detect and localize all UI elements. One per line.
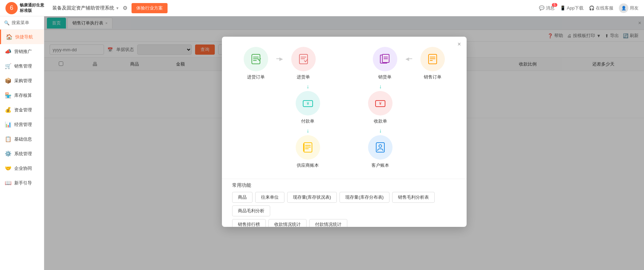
svg-text:¥: ¥ <box>379 101 382 106</box>
quick-nav-modal: × 进货订单 ▶ <box>222 37 467 227</box>
func-buttons-row2: 销售排行榜 收款情况统计 付款情况统计 <box>232 219 456 227</box>
system-title: 装备及固定资产辅助管理系统 ▼ <box>52 5 119 11</box>
system-icon: ⚙️ <box>5 150 12 157</box>
inventory-icon: 🏪 <box>5 92 12 98</box>
basic-icon: 📋 <box>5 136 12 142</box>
flow-node-payment[interactable]: ¥ 付款单 <box>290 91 326 124</box>
sidebar: 🔍 搜索菜单 🏠 快捷导航 📣 营销推广 🛒 销售管理 📦 采购管理 🏪 <box>0 16 44 270</box>
common-functions-area: 常用功能 商品 往来单位 现存量(库存状况表) 现存量(库存分布表) 销售毛利分… <box>222 179 467 227</box>
purchase-icon: 📦 <box>5 77 12 84</box>
purchase-order-icon <box>244 47 268 71</box>
system-dropdown-icon[interactable]: ▼ <box>116 6 119 10</box>
guide-icon: 📖 <box>5 180 12 186</box>
flow-node-sales-order[interactable]: 销售订单 <box>412 47 453 80</box>
flow-row-1: 进货订单 ▶ 进货单 <box>236 47 453 80</box>
top-right-area: 💬 消息 5 📱 App下载 🎧 在线客服 👤 用友 <box>539 3 639 13</box>
payment-icon: ¥ <box>296 91 320 115</box>
user-menu[interactable]: 👤 用友 <box>619 3 639 13</box>
marketing-icon: 📣 <box>5 48 12 55</box>
sidebar-item-operations[interactable]: 📊 经营管理 <box>0 117 44 132</box>
sales-bill-icon <box>373 47 397 71</box>
purchase-bill-icon <box>291 47 316 71</box>
sidebar-item-enterprise[interactable]: 🤝 企业协同 <box>0 161 44 176</box>
customer-ledger-icon <box>368 135 393 160</box>
sidebar-item-purchase[interactable]: 📦 采购管理 <box>0 73 44 88</box>
flow-node-receipt[interactable]: ¥ 收款单 <box>362 91 399 124</box>
sales-bill-label: 销货单 <box>378 74 391 80</box>
logo-text: 畅康通好生意 标准版 <box>20 3 44 13</box>
trial-btn[interactable]: 体验行业方案 <box>132 3 168 13</box>
sidebar-item-marketing[interactable]: 📣 营销推广 <box>0 44 44 59</box>
common-functions-title: 常用功能 <box>232 182 456 188</box>
message-badge: 5 <box>552 3 557 7</box>
operations-icon: 📊 <box>5 121 12 128</box>
purchase-order-label: 进货订单 <box>247 74 265 80</box>
arrow-purchase-to-bill: ▶ <box>276 56 283 61</box>
flow-arrows-down: ↓ ↓ <box>236 84 453 90</box>
modal-close-btn[interactable]: × <box>457 41 461 48</box>
enterprise-icon: 🤝 <box>5 165 12 172</box>
message-btn[interactable]: 💬 消息 5 <box>539 5 555 11</box>
avatar: 👤 <box>619 3 628 13</box>
headset-icon: 🎧 <box>589 5 594 11</box>
home-icon: 🏠 <box>6 34 13 40</box>
online-service-btn[interactable]: 🎧 在线客服 <box>589 5 613 11</box>
supplier-ledger-label: 供应商账本 <box>297 162 319 168</box>
flow-row-3: 供应商账本 客户账本 <box>236 135 453 168</box>
customer-ledger-label: 客户账本 <box>371 162 389 168</box>
func-btn-receipt-stats[interactable]: 收款情况统计 <box>268 219 307 227</box>
logo-icon: 6 <box>5 2 18 14</box>
sidebar-item-guide[interactable]: 📖 新手引导 <box>0 176 44 190</box>
purchase-bill-label: 进货单 <box>297 74 310 80</box>
sales-icon: 🛒 <box>5 63 12 69</box>
search-menu-btn[interactable]: 🔍 搜索菜单 <box>0 16 44 30</box>
sidebar-item-sales[interactable]: 🛒 销售管理 <box>0 59 44 73</box>
func-btn-payment-stats[interactable]: 付款情况统计 <box>309 219 347 227</box>
modal-overlay[interactable]: × 进货订单 ▶ <box>44 16 644 270</box>
sidebar-item-inventory[interactable]: 🏪 库存核算 <box>0 88 44 103</box>
flow-node-purchase-order[interactable]: 进货订单 <box>236 47 276 80</box>
logo-area: 6 畅康通好生意 标准版 <box>5 2 50 14</box>
receipt-icon: ¥ <box>368 91 393 115</box>
sidebar-item-finance[interactable]: 💰 资金管理 <box>0 103 44 117</box>
flow-row-2: ¥ 付款单 ¥ 收款单 <box>236 91 453 124</box>
func-btn-sales-rank[interactable]: 销售排行榜 <box>232 219 266 227</box>
func-btn-product-margin[interactable]: 商品毛利分析 <box>232 205 270 216</box>
func-buttons-row1: 商品 往来单位 现存量(库存状况表) 现存量(库存分布表) 销售毛利分析表 商品… <box>232 192 456 216</box>
flow-diagram: 进货订单 ▶ 进货单 <box>222 37 467 179</box>
flow-node-purchase-bill[interactable]: 进货单 <box>283 47 324 80</box>
arrow-sales-order-to-bill: ◀ <box>405 56 412 61</box>
func-btn-stock-status[interactable]: 现存量(库存状况表) <box>287 192 337 203</box>
sidebar-item-system[interactable]: ⚙️ 系统管理 <box>0 146 44 161</box>
flow-node-customer-ledger[interactable]: 客户账本 <box>362 135 399 168</box>
sidebar-item-quick-nav[interactable]: 🏠 快捷导航 <box>0 30 44 44</box>
func-btn-partner[interactable]: 往来单位 <box>255 192 284 203</box>
sales-order-icon <box>420 47 445 71</box>
func-btn-stock-dist[interactable]: 现存量(库存分布表) <box>340 192 389 203</box>
payment-label: 付款单 <box>301 118 314 124</box>
func-btn-product[interactable]: 商品 <box>232 192 253 203</box>
receipt-label: 收款单 <box>374 118 387 124</box>
func-btn-sales-margin[interactable]: 销售毛利分析表 <box>392 192 435 203</box>
svg-point-25 <box>379 145 382 147</box>
sidebar-item-basic[interactable]: 📋 基础信息 <box>0 132 44 146</box>
finance-icon: 💰 <box>5 107 12 113</box>
app-download-btn[interactable]: 📱 App下载 <box>560 5 584 11</box>
message-icon: 💬 <box>539 5 544 11</box>
svg-text:¥: ¥ <box>306 101 309 106</box>
settings-icon[interactable]: ⚙ <box>123 5 127 11</box>
phone-icon: 📱 <box>560 5 565 11</box>
sales-order-label: 销售订单 <box>424 74 441 80</box>
search-icon: 🔍 <box>4 20 10 25</box>
flow-node-sales-bill[interactable]: 销货单 <box>365 47 405 80</box>
supplier-ledger-icon <box>296 135 320 160</box>
flow-arrows-down-2: ↓ ↓ <box>236 128 453 134</box>
flow-node-supplier-ledger[interactable]: 供应商账本 <box>290 135 326 168</box>
svg-rect-20 <box>303 143 304 151</box>
